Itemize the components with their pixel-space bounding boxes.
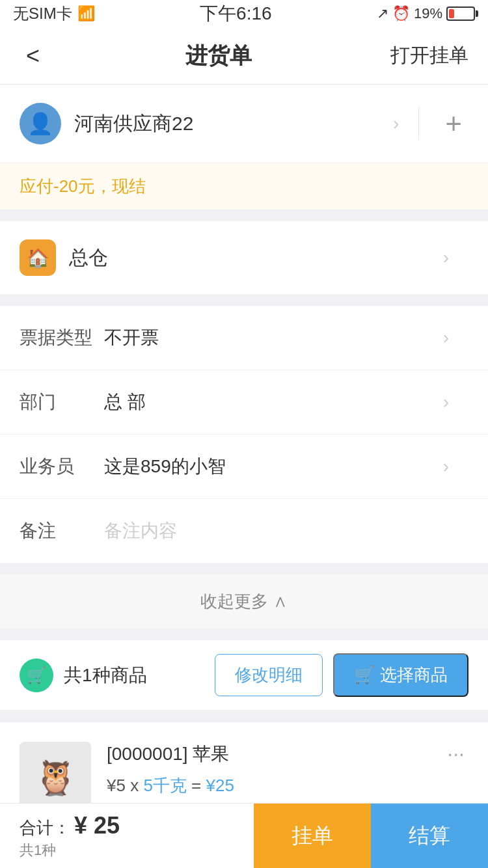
- products-icon: 🛒: [20, 658, 53, 692]
- product-info: [0000001] 苹果 ¥5 x 5千克 = ¥25: [107, 742, 443, 797]
- nav-bar: < 进货单 打开挂单: [0, 27, 488, 85]
- remark-input[interactable]: 备注内容: [98, 519, 468, 543]
- warehouse-chevron-icon: ›: [443, 247, 449, 268]
- warehouse-section: 🏠 总仓 ›: [0, 221, 488, 294]
- select-product-icon: 🛒: [354, 665, 375, 685]
- cart-icon: 🛒: [27, 666, 46, 685]
- edit-detail-button[interactable]: 修改明细: [215, 654, 323, 696]
- settle-label: 结算: [409, 822, 450, 850]
- notice-bar: 应付-20元，现结: [0, 163, 488, 210]
- bottom-bar: 合计： ¥ 25 共1种 挂单 结算: [0, 803, 488, 868]
- unit-price: ¥5: [107, 776, 126, 795]
- quantity: 5千克: [143, 776, 186, 795]
- supplier-name: 河南供应商22: [74, 111, 393, 137]
- person-icon: 👤: [27, 111, 53, 136]
- wifi-icon: 📶: [77, 5, 95, 22]
- remark-label: 备注: [20, 519, 98, 543]
- status-right: ↗ ⏰ 19%: [377, 5, 475, 22]
- bill-type-label: 票据类型: [20, 325, 98, 350]
- dept-chevron-icon: ›: [443, 392, 449, 413]
- dept-row[interactable]: 部门 总 部 ›: [0, 370, 488, 435]
- products-header: 🛒 共1种商品 修改明细 🛒 选择商品: [0, 640, 488, 711]
- product-name: [0000001] 苹果: [107, 742, 443, 766]
- back-button[interactable]: <: [20, 36, 46, 76]
- select-product-label: 选择商品: [380, 664, 448, 686]
- location-icon: ↗: [377, 5, 388, 22]
- carrier-label: 无SIM卡: [13, 3, 72, 24]
- total-price: ¥25: [206, 776, 234, 795]
- status-left: 无SIM卡 📶: [13, 3, 95, 24]
- hang-label: 挂单: [291, 822, 333, 850]
- product-price: ¥5 x 5千克 = ¥25: [107, 774, 443, 797]
- collapse-label: 收起更多 ∧: [200, 590, 287, 613]
- dept-value: 总 部: [98, 390, 443, 414]
- supplier-row[interactable]: 👤 河南供应商22 › +: [0, 85, 488, 163]
- salesperson-row[interactable]: 业务员 这是859的小智 ›: [0, 435, 488, 499]
- battery-icon: [446, 7, 475, 21]
- status-bar: 无SIM卡 📶 下午6:16 ↗ ⏰ 19%: [0, 0, 488, 27]
- house-icon: 🏠: [27, 247, 49, 269]
- warehouse-name: 总仓: [69, 245, 443, 271]
- form-section: 票据类型 不开票 › 部门 总 部 › 业务员 这是859的小智 › 备注 备注…: [0, 306, 488, 563]
- collapse-row[interactable]: 收起更多 ∧: [0, 575, 488, 629]
- products-count: 共1种商品: [64, 663, 215, 688]
- warehouse-icon: 🏠: [20, 239, 56, 276]
- product-more-button[interactable]: ···: [443, 742, 468, 766]
- total-amount: ¥ 25: [74, 812, 120, 839]
- product-title: 苹果: [193, 744, 229, 764]
- total-count: 共1种: [20, 841, 234, 860]
- supplier-avatar: 👤: [20, 103, 61, 144]
- supplier-chevron-icon: ›: [393, 113, 399, 134]
- divider: [418, 107, 419, 140]
- product-code: [0000001]: [107, 744, 193, 764]
- hang-button[interactable]: 挂单: [254, 804, 371, 868]
- battery-percent: 19%: [414, 5, 442, 22]
- price-separator: x: [130, 776, 143, 795]
- page-title: 进货单: [185, 41, 252, 71]
- salesperson-value: 这是859的小智: [98, 454, 443, 479]
- remark-row[interactable]: 备注 备注内容: [0, 499, 488, 563]
- owl-icon: 🦉: [34, 758, 77, 798]
- bill-type-value: 不开票: [98, 325, 443, 350]
- open-hang-button[interactable]: 打开挂单: [390, 42, 468, 69]
- bill-type-chevron-icon: ›: [443, 327, 449, 348]
- time-label: 下午6:16: [200, 1, 272, 26]
- bill-type-row[interactable]: 票据类型 不开票 ›: [0, 306, 488, 370]
- dept-label: 部门: [20, 390, 98, 414]
- settle-button[interactable]: 结算: [371, 804, 488, 868]
- salesperson-chevron-icon: ›: [443, 456, 449, 477]
- supplier-section: 👤 河南供应商22 › + 应付-20元，现结: [0, 85, 488, 210]
- warehouse-row[interactable]: 🏠 总仓 ›: [0, 221, 488, 294]
- select-product-button[interactable]: 🛒 选择商品: [333, 653, 468, 697]
- notice-text: 应付-20元，现结: [20, 176, 146, 196]
- add-supplier-button[interactable]: +: [439, 107, 468, 140]
- total-section: 合计： ¥ 25 共1种: [0, 804, 254, 868]
- equals-sign: =: [191, 776, 206, 795]
- alarm-icon: ⏰: [392, 5, 410, 22]
- total-label: 合计：: [20, 817, 70, 839]
- products-section: 🛒 共1种商品 修改明细 🛒 选择商品: [0, 640, 488, 711]
- salesperson-label: 业务员: [20, 454, 98, 479]
